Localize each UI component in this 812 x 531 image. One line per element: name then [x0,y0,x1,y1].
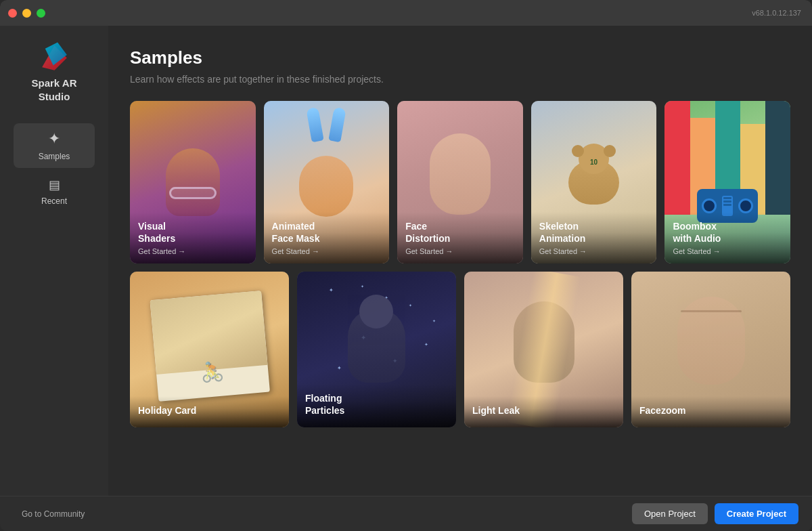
card-overlay-boombox: Boomboxwith Audio Get Started → [664,212,790,263]
sidebar-item-samples[interactable]: ✦ Samples [14,123,95,168]
card-overlay-animated-face: AnimatedFace Mask Get Started → [264,212,390,263]
card-overlay-facezoom: Facezoom [631,396,790,427]
card-cta-boombox[interactable]: Get Started → [673,247,782,255]
card-light-leak[interactable]: Light Leak [464,272,623,427]
spark-ar-logo [36,39,73,77]
card-title-animated-face: AnimatedFace Mask [272,220,382,245]
card-cta-face-distortion[interactable]: Get Started → [405,247,515,255]
recent-icon: ▤ [49,177,60,192]
sidebar: Spark ARStudio ✦ Samples ▤ Recent [0,26,108,531]
card-overlay-visual-shaders: VisualShaders Get Started → [130,212,256,263]
card-title-visual-shaders: VisualShaders [138,220,248,245]
card-title-boombox: Boomboxwith Audio [673,220,782,245]
card-polaroid-photo: 🚴 [150,291,267,374]
sidebar-item-samples-label: Samples [39,152,70,161]
create-project-button[interactable]: Create Project [715,503,798,524]
card-polaroid: 🚴 [150,291,269,401]
samples-grid-row1: VisualShaders Get Started → [130,101,790,263]
card-holiday-card[interactable]: 🚴 Holiday Card [130,272,289,427]
samples-icon: ✦ [48,130,60,148]
open-project-button[interactable]: Open Project [632,503,708,524]
card-facezoom[interactable]: Facezoom [631,272,790,427]
bottom-bar: Go to Community Open Project Create Proj… [0,496,812,531]
card-title-holiday: Holiday Card [138,404,281,417]
maximize-button[interactable] [37,9,45,18]
card-cta-skeleton[interactable]: Get Started → [539,247,649,255]
community-button[interactable]: Go to Community [14,504,93,524]
version-label: v68.1.0.12.137 [752,9,801,17]
card-face-facezoom [631,275,790,408]
page-title: Samples [130,47,790,68]
logo-container: Spark ARStudio [32,39,77,103]
card-title-face-distortion: FaceDistortion [405,220,515,245]
sidebar-item-recent-label: Recent [41,196,67,206]
card-title-light-leak: Light Leak [472,404,615,417]
card-floating-particles[interactable]: ✦ ✦ ✦ ✦ ✦ ✦ ✦ ✦ ✦ [297,272,456,427]
title-bar: v68.1.0.12.137 [0,0,812,26]
traffic-lights [8,9,45,18]
card-overlay-face-distortion: FaceDistortion Get Started → [397,212,523,263]
card-face-distortion[interactable]: FaceDistortion Get Started → [397,101,523,263]
card-skeleton-animation[interactable]: 10 SkeletonAnimation Get Started → [531,101,657,263]
card-title-facezoom: Facezoom [639,404,782,417]
minimize-button[interactable] [22,9,31,18]
card-visual-shaders[interactable]: VisualShaders Get Started → [130,101,256,263]
card-cta-visual-shaders[interactable]: Get Started → [138,247,248,255]
card-title-floating: FloatingParticles [305,392,448,417]
app-name: Spark ARStudio [32,77,77,103]
card-overlay-skeleton: SkeletonAnimation Get Started → [531,212,657,263]
action-buttons: Open Project Create Project [632,503,798,524]
card-overlay-floating: FloatingParticles [297,384,456,427]
card-title-skeleton: SkeletonAnimation [539,220,649,245]
sidebar-item-recent[interactable]: ▤ Recent [14,171,95,213]
card-animated-face-mask[interactable]: AnimatedFace Mask Get Started → [264,101,390,263]
card-cta-animated-face[interactable]: Get Started → [272,247,382,255]
close-button[interactable] [8,9,17,18]
main-content: Samples Learn how effects are put togeth… [108,26,812,531]
samples-grid-row2: 🚴 Holiday Card ✦ ✦ ✦ ✦ [130,272,790,427]
card-overlay-holiday: Holiday Card [130,396,289,427]
nav-items: ✦ Samples ▤ Recent [0,123,108,213]
page-subtitle: Learn how effects are put together in th… [130,74,790,85]
card-boombox-with-audio[interactable]: Boomboxwith Audio Get Started → [664,101,790,263]
card-overlay-light-leak: Light Leak [464,396,623,427]
app-body: Spark ARStudio ✦ Samples ▤ Recent Sample… [0,26,812,531]
